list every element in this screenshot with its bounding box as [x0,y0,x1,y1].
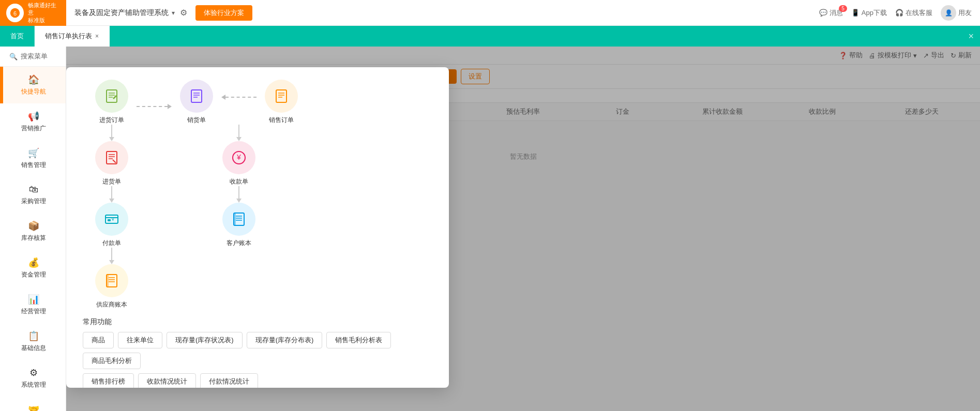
sidebar-item-operations[interactable]: 📊 经营管理 [0,286,66,323]
logo-text: 畅康通好生意 标准版 [28,2,60,24]
sales-row: 销货单 [172,80,306,125]
online-service-button[interactable]: 🎧 在线客服 [895,8,932,18]
common-functions-title: 常用功能 [83,317,432,327]
svg-rect-23 [276,90,287,102]
system-icon: ⚙ [29,367,38,378]
avatar: 👤 [941,5,956,21]
user-menu[interactable]: 👤 用友 [941,5,972,21]
func-btn-receipt-stats[interactable]: 收款情况统计 [138,373,196,388]
connector-5 [236,186,242,203]
payment-circle: ¥ [95,203,128,236]
sidebar-item-marketing[interactable]: 📢 营销推广 [0,103,66,140]
function-buttons: 商品 往来单位 现存量(库存状况表) 现存量(库存分布表) 销售毛利分析表 商品… [83,332,432,369]
svg-rect-18 [107,275,109,287]
customer-ledger-circle [222,203,255,236]
try-button[interactable]: 体验行业方案 [195,5,252,21]
flow-left-col: 进货订单 进货 [87,80,137,309]
operations-icon: 📊 [28,294,39,305]
search-menu-button[interactable]: 🔍 搜索菜单 [0,47,66,67]
finance-icon: 💰 [28,257,39,268]
func-btn-sales-profit[interactable]: 销售毛利分析表 [326,332,391,348]
sidebar-item-system[interactable]: ⚙ 系统管理 [0,360,66,397]
h-arrow-back [221,95,257,100]
svg-rect-33 [234,213,236,225]
message-icon: 💬 [819,9,827,17]
service-icon: 🎧 [895,9,903,17]
sidebar-item-purchase[interactable]: 🛍 采购管理 [0,177,66,213]
func-btn-product[interactable]: 商品 [83,332,114,348]
sidebar-item-inventory[interactable]: 📦 库存核算 [0,213,66,250]
func-btn-partner[interactable]: 往来单位 [118,332,162,348]
marketing-icon: 📢 [28,111,39,122]
svg-text:6: 6 [13,10,17,16]
sales-bill-lower: ¥ 收款单 [214,125,264,248]
sidebar-item-enterprise[interactable]: 🤝 企业协同 [0,397,66,411]
sidebar-item-basic-info[interactable]: 📋 基础信息 [0,323,66,360]
sales-order-circle [265,80,298,113]
quick-nav-modal: 进货订单 进货 [66,67,449,388]
purchase-order-circle [95,80,128,113]
app-header: 6 畅康通好生意 标准版 装备及固定资产辅助管理系统 ▾ ⚙ 体验行业方案 💬 … [0,0,980,26]
flow-node-supplier-ledger[interactable]: 供应商账本 [95,264,128,309]
sidebar-item-sales[interactable]: 🛒 销售管理 [0,140,66,177]
search-icon: 🔍 [9,53,18,60]
info-icon: 📋 [28,330,39,342]
message-button[interactable]: 💬 消息 5 [819,8,843,18]
sales-lower-row: ¥ 收款单 [214,125,264,248]
main-layout: 🔍 搜索菜单 🏠 快捷导航 📢 营销推广 🛒 销售管理 🛍 采购管理 📦 库存核… [0,47,980,411]
connector-2 [109,186,114,203]
h-arrows-col [137,80,172,123]
func-btn-product-profit[interactable]: 商品毛利分析 [83,353,141,369]
flow-right-col: 销货单 [172,80,306,248]
app-title: 装备及固定资产辅助管理系统 [74,8,169,18]
tab-bar: 首页 销售订单执行表 × × [0,26,980,47]
flow-node-sales-order[interactable]: 销售订单 [265,80,298,125]
dropdown-icon[interactable]: ▾ [172,9,175,17]
flow-node-sales-bill[interactable]: 销货单 [180,80,213,125]
tab-bar-end: × [968,32,980,41]
svg-rect-12 [108,219,111,221]
func-btn-stock-status[interactable]: 现存量(库存状况表) [167,332,243,348]
connector-1 [109,125,114,141]
tab-close-icon[interactable]: × [95,33,99,40]
supplier-ledger-circle [95,264,128,297]
content-area: ❓ 帮助 🖨 按模板打印 ▾ ↗ 导出 ↻ 刷新 📅 — 📅 [66,47,980,411]
enterprise-icon: 🤝 [28,404,39,411]
active-indicator [2,67,3,103]
receipt-circle: ¥ [222,141,255,174]
purchase-icon: 🛍 [29,184,38,195]
connector-3 [109,248,114,264]
sidebar-item-quick-nav[interactable]: 🏠 快捷导航 [0,67,66,103]
tab-home[interactable]: 首页 [0,26,35,47]
svg-text:¥: ¥ [236,153,241,161]
app-download-button[interactable]: 📱 App下载 [851,8,887,18]
logo-area: 6 畅康通好生意 标准版 [0,0,66,26]
flow-node-receipt[interactable]: ¥ 收款单 [222,141,255,186]
home-icon: 🏠 [28,74,39,85]
flow-node-customer-ledger[interactable]: 客户账本 [222,203,255,248]
sidebar: 🔍 搜索菜单 🏠 快捷导航 📢 营销推广 🛒 销售管理 🛍 采购管理 📦 库存核… [0,47,66,411]
tab-sales-order[interactable]: 销售订单执行表 × [35,26,110,47]
svg-text:¥: ¥ [111,217,114,222]
sales-icon: 🛒 [28,147,39,159]
sidebar-item-finance[interactable]: 💰 资金管理 [0,250,66,286]
flow-node-payment[interactable]: ¥ 付款单 [95,203,128,248]
h-arrow-1 [137,90,172,123]
flow-node-purchase-bill[interactable]: 进货单 [95,141,128,186]
purchase-bill-circle [95,141,128,174]
func-btn-stock-dist[interactable]: 现存量(库存分布表) [247,332,323,348]
gear-icon[interactable]: ⚙ [180,8,187,18]
flow-node-purchase-order[interactable]: 进货订单 [95,80,128,125]
modal-overlay[interactable]: 进货订单 进货 [66,47,980,411]
func-btn-sales-ranking[interactable]: 销售排行榜 [83,373,134,388]
logo-icon: 6 [6,4,24,22]
close-all-tabs-icon[interactable]: × [968,31,974,41]
modal-body: 进货订单 进货 [66,67,449,388]
svg-rect-19 [191,90,202,102]
common-functions: 常用功能 商品 往来单位 现存量(库存状况表) 现存量(库存分布表) 销售毛利分… [83,317,432,388]
header-right: 💬 消息 5 📱 App下载 🎧 在线客服 👤 用友 [819,5,972,21]
flow-diagram: 进货订单 进货 [83,80,432,313]
function-buttons-row2: 销售排行榜 收款情况统计 付款情况统计 [83,373,432,388]
download-icon: 📱 [851,9,860,17]
func-btn-payment-stats[interactable]: 付款情况统计 [200,373,258,388]
